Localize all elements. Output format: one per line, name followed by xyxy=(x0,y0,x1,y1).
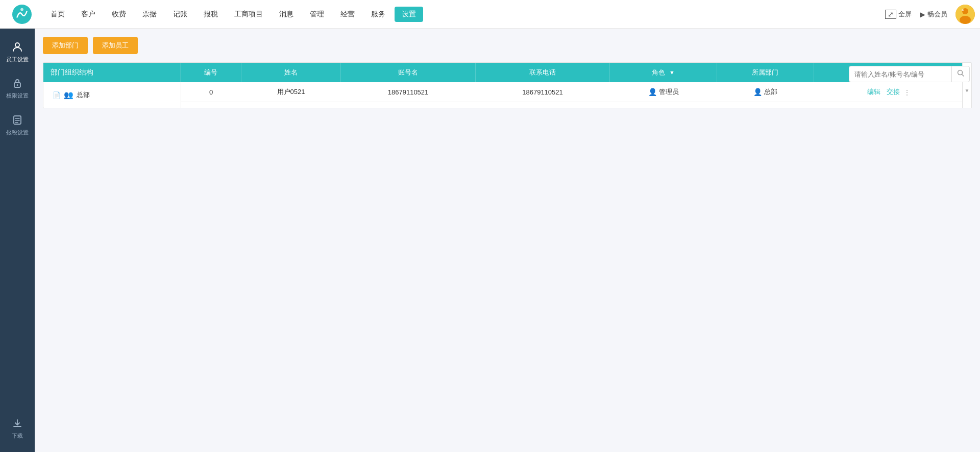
scroll-down-arrow[interactable]: ▼ xyxy=(963,85,971,96)
svg-point-3 xyxy=(962,8,968,14)
nav-right: ⤢ 全屏 ▶ 畅会员 xyxy=(885,5,975,24)
dept-tree-body: 📄 👥 总部 xyxy=(43,82,181,108)
member-label: 畅会员 xyxy=(927,10,947,19)
sidebar-bottom: 下载 xyxy=(9,410,26,452)
svg-point-5 xyxy=(962,9,964,11)
member-btn[interactable]: ▶ 畅会员 xyxy=(920,10,947,19)
svg-point-1 xyxy=(20,8,23,11)
sidebar-item-download-label: 下载 xyxy=(12,432,23,440)
logo xyxy=(5,5,38,24)
edit-link[interactable]: 编辑 xyxy=(867,88,880,96)
sidebar-item-employee[interactable]: 员工设置 xyxy=(0,34,35,70)
role-icon: 👤 xyxy=(648,88,657,96)
role-badge: 👤 管理员 xyxy=(648,87,679,97)
cell-role: 👤 管理员 xyxy=(610,82,717,102)
btn-bar: 添加部门 添加员工 xyxy=(43,37,972,54)
search-input[interactable] xyxy=(849,70,951,78)
nav-item-bookkeeping[interactable]: 记账 xyxy=(166,7,194,22)
nav-item-operation[interactable]: 经营 xyxy=(333,7,362,22)
user-group-icon: 👥 xyxy=(64,90,74,100)
dept-tree-header: 部门组织结构 xyxy=(43,63,181,82)
table-body: 0 用户0521 18679110521 18679110521 👤 管理员 xyxy=(181,82,962,102)
download-icon xyxy=(11,417,23,430)
cell-id: 0 xyxy=(181,82,241,102)
cell-name: 用户0521 xyxy=(241,82,341,102)
nav-item-home[interactable]: 首页 xyxy=(43,7,72,22)
fullscreen-label: 全屏 xyxy=(898,10,912,19)
cell-account: 18679110521 xyxy=(341,82,475,102)
nav-item-manage[interactable]: 管理 xyxy=(303,7,331,22)
employee-data-table: 编号 姓名 账号名 联系电话 角色 ▼ 所属部门 操作 xyxy=(181,63,962,102)
table-header-row: 编号 姓名 账号名 联系电话 角色 ▼ 所属部门 操作 xyxy=(181,63,962,82)
employee-icon xyxy=(11,41,23,53)
col-header-phone: 联系电话 xyxy=(475,63,609,82)
table-row: 0 用户0521 18679110521 18679110521 👤 管理员 xyxy=(181,82,962,102)
svg-line-14 xyxy=(962,75,964,77)
col-header-id: 编号 xyxy=(181,63,241,82)
filter-icon: ▼ xyxy=(669,69,675,76)
cell-phone: 18679110521 xyxy=(475,82,609,102)
avatar[interactable] xyxy=(955,5,975,24)
sidebar-item-employee-label: 员工设置 xyxy=(6,56,29,63)
file-icon: 📄 xyxy=(53,91,61,99)
svg-point-4 xyxy=(960,16,971,24)
svg-point-8 xyxy=(17,84,18,86)
col-header-name: 姓名 xyxy=(241,63,341,82)
search-bar xyxy=(849,66,970,82)
search-button[interactable] xyxy=(951,66,969,82)
table-section: 部门组织结构 📄 👥 总部 编号 姓名 账号名 xyxy=(43,62,972,108)
tree-item-headquarter[interactable]: 📄 👥 总部 xyxy=(48,87,176,103)
col-header-role: 角色 ▼ xyxy=(610,63,717,82)
permissions-icon xyxy=(11,77,23,89)
nav-item-bill[interactable]: 票据 xyxy=(135,7,164,22)
sidebar-item-permissions-label: 权限设置 xyxy=(6,92,29,99)
nav-item-service[interactable]: 服务 xyxy=(364,7,393,22)
member-icon: ▶ xyxy=(920,10,925,18)
nav-item-tax[interactable]: 报税 xyxy=(197,7,225,22)
cell-dept: 👤 总部 xyxy=(717,82,814,102)
cell-actions: 编辑 交接 ⋮ xyxy=(814,82,962,102)
nav-item-settings[interactable]: 设置 xyxy=(395,7,423,22)
nav-items: 首页 客户 收费 票据 记账 报税 工商项目 消息 管理 经营 服务 设置 xyxy=(43,7,885,22)
more-icon[interactable]: ⋮ xyxy=(903,88,911,97)
svg-point-6 xyxy=(15,43,19,47)
dept-badge: 👤 总部 xyxy=(753,87,777,97)
add-employee-button[interactable]: 添加员工 xyxy=(93,37,138,54)
col-header-account: 账号名 xyxy=(341,63,475,82)
sidebar-item-permissions[interactable]: 权限设置 xyxy=(0,70,35,106)
sidebar-item-taxsettings-label: 报税设置 xyxy=(6,129,29,136)
sidebar: 员工设置 权限设置 报税设置 xyxy=(0,29,35,452)
sidebar-item-download[interactable]: 下载 xyxy=(9,410,26,447)
table-head: 编号 姓名 账号名 联系电话 角色 ▼ 所属部门 操作 xyxy=(181,63,962,82)
employee-table: 编号 姓名 账号名 联系电话 角色 ▼ 所属部门 操作 xyxy=(181,63,962,108)
main-layout: 员工设置 权限设置 报税设置 xyxy=(0,29,980,452)
nav-item-customer[interactable]: 客户 xyxy=(74,7,103,22)
nav-item-fee[interactable]: 收费 xyxy=(105,7,133,22)
tree-item-label: 总部 xyxy=(77,90,90,100)
sidebar-item-taxsettings[interactable]: 报税设置 xyxy=(0,107,35,143)
dept-icon: 👤 xyxy=(753,88,762,96)
taxsettings-icon xyxy=(11,114,23,126)
top-nav: 首页 客户 收费 票据 记账 报税 工商项目 消息 管理 经营 服务 设置 ⤢ … xyxy=(0,0,980,29)
role-label: 管理员 xyxy=(659,87,679,97)
nav-item-message[interactable]: 消息 xyxy=(272,7,301,22)
col-header-dept: 所属部门 xyxy=(717,63,814,82)
dept-tree: 部门组织结构 📄 👥 总部 xyxy=(43,63,181,108)
fullscreen-icon: ⤢ xyxy=(885,10,896,19)
dept-label: 总部 xyxy=(764,87,777,97)
transfer-link[interactable]: 交接 xyxy=(887,88,900,96)
add-dept-button[interactable]: 添加部门 xyxy=(43,37,88,54)
fullscreen-btn[interactable]: ⤢ 全屏 xyxy=(885,10,912,19)
nav-item-business[interactable]: 工商项目 xyxy=(227,7,270,22)
content: 添加部门 添加员工 部门组织结构 📄 👥 xyxy=(35,29,980,452)
